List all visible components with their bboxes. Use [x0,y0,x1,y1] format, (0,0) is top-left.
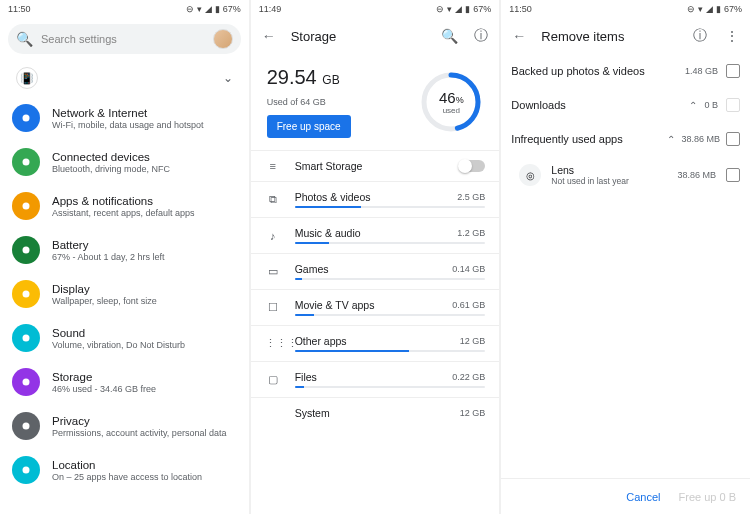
storage-category[interactable]: ≡Smart Storage [251,150,500,181]
search-placeholder: Search settings [41,33,205,45]
settings-item-sound[interactable]: SoundVolume, vibration, Do Not Disturb [0,316,249,360]
vibrate-icon: 📳 [16,67,38,89]
svg-point-5 [23,335,30,342]
battery-pct: 67% [473,4,491,14]
status-icons: ⊖ ▾ ◢ ▮ 67% [186,4,241,14]
downloads-row: Downloads ⌃ 0 B [501,88,750,122]
free-up-button: Free up 0 B [679,491,736,503]
battery-icon: ▮ [716,4,721,14]
app-row-lens[interactable]: ◎ Lens Not used in last year 38.86 MB [501,156,750,194]
sound-icon [12,324,40,352]
wifi-icon: ▾ [698,4,703,14]
overflow-menu-icon[interactable]: ⋮ [722,26,742,46]
settings-item-wifi[interactable]: Network & InternetWi-Fi, mobile, data us… [0,96,249,140]
storage-category[interactable]: System12 GB [251,397,500,428]
settings-item-privacy[interactable]: PrivacyPermissions, account activity, pe… [0,404,249,448]
app-icon-lens: ◎ [519,164,541,186]
location-icon [12,456,40,484]
chevron-up-icon: ⌃ [689,100,697,111]
checkbox [726,98,740,112]
usage-ring: 46%used [419,70,483,134]
battery-pct: 67% [724,4,742,14]
svg-point-0 [23,115,30,122]
remove-footer: Cancel Free up 0 B [501,478,750,514]
volume-shortcut[interactable]: 📳 ⌄ [8,64,241,92]
profile-avatar[interactable] [213,29,233,49]
status-time: 11:50 [8,4,31,14]
svg-point-7 [23,423,30,430]
free-up-space-button[interactable]: Free up space [267,115,351,138]
category-icon: ☐ [265,301,281,314]
storage-category[interactable]: ♪Music & audio1.2 GB [251,217,500,253]
category-icon: ⧉ [265,193,281,206]
status-time: 11:49 [259,4,282,14]
search-icon[interactable]: 🔍 [439,26,459,46]
battery-pct: 67% [223,4,241,14]
storage-category[interactable]: ⧉Photos & videos2.5 GB [251,181,500,217]
signal-icon: ◢ [205,4,212,14]
signal-icon: ◢ [455,4,462,14]
category-icon: ⋮⋮⋮ [265,337,281,350]
search-settings[interactable]: 🔍 Search settings [8,24,241,54]
storage-screen: 11:49 ⊖ ▾ ◢ ▮ 67% ← Storage 🔍 ⓘ 29.54 GB… [251,0,500,514]
checkbox[interactable] [726,168,740,182]
back-button[interactable]: ← [509,26,529,46]
storage-category[interactable]: ▢Files0.22 GB [251,361,500,397]
storage-appbar: ← Storage 🔍 ⓘ [251,18,500,54]
dnd-icon: ⊖ [436,4,444,14]
back-button[interactable]: ← [259,26,279,46]
svg-point-1 [23,159,30,166]
wifi-icon: ▾ [447,4,452,14]
svg-point-3 [23,247,30,254]
wifi-icon: ▾ [197,4,202,14]
settings-item-storage[interactable]: Storage46% used - 34.46 GB free [0,360,249,404]
storage-category[interactable]: ⋮⋮⋮Other apps12 GB [251,325,500,361]
checkbox[interactable] [726,64,740,78]
svg-point-8 [23,467,30,474]
cancel-button[interactable]: Cancel [626,491,660,503]
settings-screen: 11:50 ⊖ ▾ ◢ ▮ 67% 🔍 Search settings 📳 ⌄ … [0,0,249,514]
appbar-title: Storage [291,29,428,44]
battery-icon [12,236,40,264]
storage-icon [12,368,40,396]
checkbox[interactable] [726,132,740,146]
battery-icon: ▮ [465,4,470,14]
settings-item-battery[interactable]: Battery67% - About 1 day, 2 hrs left [0,228,249,272]
appbar-title: Remove items [541,29,678,44]
help-icon[interactable]: ⓘ [471,26,491,46]
status-time: 11:50 [509,4,532,14]
svg-point-4 [23,291,30,298]
signal-icon: ◢ [706,4,713,14]
settings-list: Network & InternetWi-Fi, mobile, data us… [0,96,249,514]
settings-item-apps[interactable]: Apps & notificationsAssistant, recent ap… [0,184,249,228]
chevron-down-icon: ⌄ [223,71,233,85]
storage-summary: 29.54 GB Used of 64 GB Free up space 46%… [251,54,500,150]
status-icons: ⊖ ▾ ◢ ▮ 67% [436,4,491,14]
category-icon: ▭ [265,265,281,278]
apps-icon [12,192,40,220]
used-amount: 29.54 GB [267,66,351,89]
devices-icon [12,148,40,176]
used-of-label: Used of 64 GB [267,97,351,107]
search-icon: 🔍 [16,31,33,47]
display-icon [12,280,40,308]
chevron-up-icon: ⌃ [667,134,675,145]
settings-item-location[interactable]: LocationOn – 25 apps have access to loca… [0,448,249,492]
smart-storage-toggle[interactable] [459,160,485,172]
status-icons: ⊖ ▾ ◢ ▮ 67% [687,4,742,14]
storage-category[interactable]: ▭Games0.14 GB [251,253,500,289]
wifi-icon [12,104,40,132]
category-icon: ≡ [265,160,281,172]
settings-item-devices[interactable]: Connected devicesBluetooth, driving mode… [0,140,249,184]
remove-items-screen: 11:50 ⊖ ▾ ◢ ▮ 67% ← Remove items ⓘ ⋮ Bac… [501,0,750,514]
storage-category-list: ≡Smart Storage⧉Photos & videos2.5 GB♪Mus… [251,150,500,514]
help-icon[interactable]: ⓘ [690,26,710,46]
storage-category[interactable]: ☐Movie & TV apps0.61 GB [251,289,500,325]
status-bar: 11:49 ⊖ ▾ ◢ ▮ 67% [251,0,500,18]
remove-appbar: ← Remove items ⓘ ⋮ [501,18,750,54]
settings-item-display[interactable]: DisplayWallpaper, sleep, font size [0,272,249,316]
backed-up-row[interactable]: Backed up photos & videos 1.48 GB [501,54,750,88]
battery-icon: ▮ [215,4,220,14]
infrequent-apps-row[interactable]: Infrequently used apps ⌃ 38.86 MB [501,122,750,156]
category-icon: ▢ [265,373,281,386]
